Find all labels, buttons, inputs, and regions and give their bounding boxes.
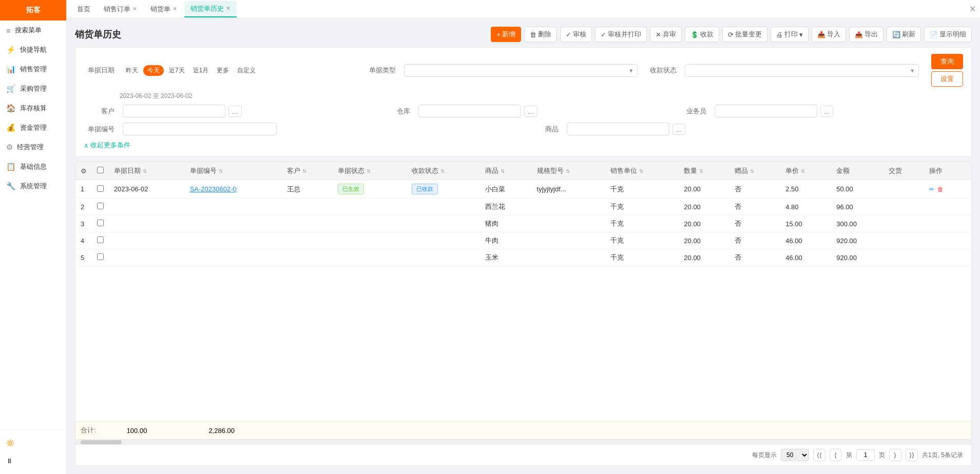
- sidebar-item-sales-mgmt[interactable]: 📊 销售管理: [0, 60, 66, 79]
- table-row: 5玉米千克20.00否46.00920.00: [75, 249, 971, 266]
- collect-button[interactable]: 💲 收款: [685, 27, 719, 42]
- goods-ellipsis[interactable]: ...: [672, 124, 686, 135]
- td-action[interactable]: [924, 249, 971, 266]
- td-checkbox[interactable]: [92, 199, 109, 215]
- sales-icon: 📊: [6, 65, 16, 74]
- select-all-checkbox[interactable]: [97, 167, 104, 173]
- next-page-btn[interactable]: ⟩: [889, 449, 901, 461]
- th-doc-no[interactable]: 单据编号⇅: [185, 162, 282, 180]
- tab-home[interactable]: 首页: [71, 1, 97, 17]
- last-page-btn[interactable]: ⟩⟩: [906, 449, 918, 461]
- warehouse-ellipsis[interactable]: ...: [524, 106, 537, 117]
- th-price[interactable]: 单价⇅: [780, 162, 831, 180]
- sidebar-item-finance-mgmt[interactable]: 💰 资金管理: [0, 118, 66, 137]
- sidebar-bottom-btn1[interactable]: 🔆: [0, 434, 66, 452]
- row-checkbox[interactable]: [97, 203, 104, 209]
- warehouse-input[interactable]: [418, 105, 521, 117]
- date-tab-today[interactable]: 今天: [143, 65, 164, 76]
- goods-input[interactable]: [567, 123, 669, 135]
- close-all-tabs[interactable]: ✕: [969, 4, 976, 14]
- sidebar-logo: 拓客: [0, 0, 66, 21]
- query-button[interactable]: 查询: [931, 54, 963, 69]
- td-action[interactable]: [924, 199, 971, 215]
- th-date[interactable]: 单据日期⇅: [109, 162, 185, 180]
- td-doc-no[interactable]: [185, 249, 282, 266]
- row-checkbox[interactable]: [97, 220, 104, 226]
- table-scroll[interactable]: ⚙ 单据日期⇅ 单据编号⇅ 客户⇅ 单据状态⇅ 收款状态⇅ 商品⇅ 规格型号⇅ …: [75, 162, 971, 421]
- date-tab-1month[interactable]: 近1月: [190, 65, 212, 76]
- sidebar-item-search-menu[interactable]: ≡ 搜索菜单: [0, 21, 66, 40]
- td-checkbox[interactable]: [92, 232, 109, 249]
- doc-no-link[interactable]: SA-20230602-0: [190, 185, 237, 193]
- page-input[interactable]: [856, 449, 875, 461]
- staff-input[interactable]: [715, 105, 817, 117]
- sidebar-item-operation-mgmt[interactable]: ⚙ 经营管理: [0, 137, 66, 157]
- customer-ellipsis[interactable]: ...: [228, 106, 242, 117]
- th-collect-status[interactable]: 收款状态⇅: [407, 162, 480, 180]
- tab-sales-history[interactable]: 销货单历史 ✕: [184, 1, 237, 17]
- date-tab-more[interactable]: 更多: [214, 65, 232, 76]
- th-goods[interactable]: 商品⇅: [480, 162, 532, 180]
- staff-ellipsis[interactable]: ...: [820, 106, 834, 117]
- th-doc-status[interactable]: 单据状态⇅: [333, 162, 406, 180]
- horizontal-scrollbar[interactable]: [75, 439, 971, 444]
- sidebar-item-inventory[interactable]: 🏠 库存核算: [0, 98, 66, 118]
- th-spec[interactable]: 规格型号⇅: [532, 162, 605, 180]
- settings-button[interactable]: 设置: [931, 71, 963, 87]
- date-tab-yesterday[interactable]: 昨天: [123, 65, 141, 76]
- td-action[interactable]: [924, 232, 971, 249]
- date-tab-custom[interactable]: 自定义: [234, 65, 259, 76]
- page-size-select[interactable]: 50 100 200: [781, 449, 809, 461]
- import-button[interactable]: 📥 导入: [812, 27, 846, 42]
- audit-button[interactable]: ✓ 审核: [560, 27, 592, 42]
- row-checkbox[interactable]: [97, 185, 104, 192]
- audit-print-button[interactable]: ✓ 审核并打印: [595, 27, 647, 42]
- print-button[interactable]: 🖨 打印 ▾: [771, 27, 809, 42]
- td-doc-no[interactable]: [185, 199, 282, 215]
- prev-page-btn[interactable]: ⟨: [830, 449, 842, 461]
- th-unit[interactable]: 销售单位⇅: [605, 162, 679, 180]
- td-action[interactable]: [924, 215, 971, 232]
- row-checkbox[interactable]: [97, 236, 104, 243]
- delete-button[interactable]: 🗑 删除: [524, 27, 557, 42]
- doc-no-input[interactable]: [123, 123, 277, 135]
- th-qty[interactable]: 数量⇅: [679, 162, 729, 180]
- th-gear[interactable]: ⚙: [75, 162, 92, 180]
- td-doc-no[interactable]: SA-20230602-0: [185, 180, 282, 199]
- export-button[interactable]: 📤 导出: [849, 27, 883, 42]
- td-checkbox[interactable]: [92, 215, 109, 232]
- refresh-button[interactable]: 🔄 刷新: [887, 27, 921, 42]
- sidebar-item-basic-info[interactable]: 📋 基础信息: [0, 157, 66, 176]
- collect-status-select[interactable]: ▾: [685, 64, 919, 77]
- th-gift[interactable]: 赠品⇅: [729, 162, 780, 180]
- sidebar-item-quick-nav[interactable]: ⚡ 快捷导航: [0, 40, 66, 60]
- td-doc-no[interactable]: [185, 215, 282, 232]
- th-customer[interactable]: 客户⇅: [282, 162, 333, 180]
- edit-action-btn[interactable]: ✏: [929, 186, 934, 193]
- sidebar-item-purchase-mgmt[interactable]: 🛒 采购管理: [0, 79, 66, 98]
- doc-type-select[interactable]: ▾: [404, 64, 638, 77]
- close-sales-order-tab[interactable]: ✕: [132, 6, 137, 12]
- close-sales-history-tab[interactable]: ✕: [226, 5, 230, 12]
- customer-input[interactable]: [123, 105, 225, 117]
- close-sales-delivery-tab[interactable]: ✕: [172, 6, 177, 12]
- batch-change-button[interactable]: ⟳ 批量变更: [722, 27, 767, 42]
- delete-action-btn[interactable]: 🗑: [937, 186, 944, 193]
- new-icon: +: [496, 31, 501, 38]
- collapse-button[interactable]: ∧ 收起更多条件: [84, 141, 963, 150]
- tab-sales-order[interactable]: 销售订单 ✕: [98, 1, 143, 17]
- new-button[interactable]: + 新增: [491, 27, 521, 42]
- td-checkbox[interactable]: [92, 180, 109, 199]
- td-checkbox[interactable]: [92, 249, 109, 266]
- abandon-button[interactable]: ✕ 弃审: [650, 27, 682, 42]
- row-checkbox[interactable]: [97, 253, 104, 260]
- date-tab-7days[interactable]: 近7天: [166, 65, 188, 76]
- td-action[interactable]: ✏🗑: [924, 180, 971, 199]
- td-goods: 西兰花: [480, 199, 532, 215]
- first-page-btn[interactable]: ⟨⟨: [813, 449, 825, 461]
- show-detail-button[interactable]: 📄 显示明细: [924, 27, 972, 42]
- tab-sales-delivery[interactable]: 销货单 ✕: [144, 1, 183, 17]
- sidebar-bottom-btn2[interactable]: ⏸: [0, 452, 66, 470]
- td-doc-no[interactable]: [185, 232, 282, 249]
- sidebar-item-system-mgmt[interactable]: 🔧 系统管理: [0, 176, 66, 196]
